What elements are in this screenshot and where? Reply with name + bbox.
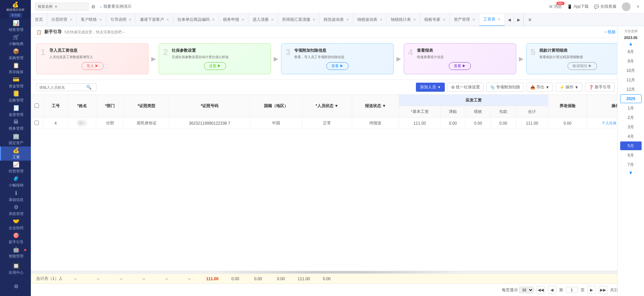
search-icon[interactable]: 🔍	[86, 85, 92, 90]
sidebar-item-settings[interactable]: ⚙	[0, 278, 31, 296]
sidebar-item-basic[interactable]: ℹ 基础信息	[0, 189, 31, 203]
app-download-button[interactable]: 📱 App下载	[567, 4, 589, 9]
step-btn-3[interactable]: 查看 ▶	[326, 62, 348, 70]
tab-layered-close[interactable]: ✕	[70, 18, 72, 22]
month-9[interactable]: 9月	[620, 57, 642, 66]
sidebar-item-collab[interactable]: 🤝 企业协同	[0, 217, 31, 231]
month-12[interactable]: 12月	[620, 85, 642, 94]
step-btn-1[interactable]: 导入 ▶	[82, 62, 104, 70]
sidebar-item-sales[interactable]: 📊 销售管理	[0, 19, 31, 33]
month-7[interactable]: 7月	[620, 160, 642, 169]
sidebar-item-invoice[interactable]: 🧾 发票管理	[0, 104, 31, 118]
tab-income-tax[interactable]: 所得税汇算清缴 ✕	[278, 13, 320, 26]
tab-invite-close[interactable]: ✕	[166, 18, 169, 22]
month-6[interactable]: 6月	[620, 151, 642, 160]
row-checkbox[interactable]	[35, 121, 39, 125]
tab-layered[interactable]: 分层经营 ✕	[47, 13, 77, 26]
month-3[interactable]: 3月	[620, 123, 642, 131]
topbar-settings-icon[interactable]: ⚙	[91, 4, 96, 9]
step-btn-2[interactable]: 设置 ▶	[204, 62, 226, 70]
action-newguide[interactable]: ❓ 新手引导	[585, 83, 614, 92]
tab-tax-stat-close[interactable]: ✕	[413, 18, 416, 22]
page-number-input[interactable]	[566, 287, 578, 293]
month-1[interactable]: 1月	[620, 104, 642, 113]
page-prev-btn[interactable]: ◀	[548, 286, 556, 294]
report-filter-icon[interactable]: ▼	[382, 103, 386, 108]
tab-income-tax-close[interactable]: ✕	[313, 18, 315, 22]
month-5-active[interactable]: 5月	[620, 141, 642, 150]
step-btn-4[interactable]: 查看 ▶	[449, 62, 471, 70]
tab-guide[interactable]: 引导说明 ✕	[106, 13, 136, 26]
sidebar-item-appcenter[interactable]: 🔲 应用中心	[0, 260, 31, 278]
sidebar-item-payroll[interactable]: 💰 工资	[0, 146, 31, 161]
tab-next-btn[interactable]: ▶	[514, 13, 524, 26]
select-all-checkbox[interactable]	[35, 103, 39, 108]
topbar-more-icon[interactable]: ▼	[636, 4, 640, 9]
sidebar-item-operations[interactable]: 📈 经营管理	[0, 161, 31, 175]
tab-tax-expert[interactable]: 税检专家 ✕	[420, 13, 450, 26]
tab-goods-code[interactable]: 往来单位商品编码 ✕	[173, 13, 219, 26]
demo-link[interactable]: ○ 我要看实例演示	[100, 4, 131, 9]
sidebar-item-ledger[interactable]: 📒 总账管理	[0, 90, 31, 104]
action-special-deduction[interactable]: 📎 专项附加扣除	[486, 83, 524, 92]
sidebar-item-purchase[interactable]: 📦 采购管理	[0, 47, 31, 61]
month-panel-down-btn[interactable]: ▼	[629, 169, 633, 176]
month-panel-up-btn[interactable]: ▲	[629, 40, 633, 47]
tab-clearance[interactable]: 进入清册 ✕	[249, 13, 278, 26]
action-export[interactable]: 📤 导出 ▼	[527, 83, 553, 92]
tab-tax-burden[interactable]: 税负波动表 ✕	[320, 13, 353, 26]
year-2025[interactable]: 2025	[620, 94, 642, 103]
tab-home[interactable]: 首页	[31, 13, 47, 26]
tab-tax-wave[interactable]: 纳税波动表 ✕	[353, 13, 387, 26]
tab-clearance-close[interactable]: ✕	[271, 18, 274, 22]
tab-invite[interactable]: 邀请下游客户 ✕	[136, 13, 173, 26]
tab-customer-close[interactable]: ✕	[99, 18, 102, 22]
tab-customer[interactable]: 客户联络 ✕	[77, 13, 106, 26]
month-4[interactable]: 4月	[620, 132, 642, 141]
sidebar-item-ecommerce[interactable]: 🛒 小畅电商	[0, 33, 31, 47]
account-selector[interactable]: 账套名称 ▼	[35, 3, 89, 10]
sidebar-item-ai[interactable]: 🤖 智能管理	[0, 246, 31, 260]
sidebar-item-tax[interactable]: 🏛 税务管理	[0, 118, 31, 132]
page-last-btn[interactable]: ▶▶	[599, 286, 607, 294]
tab-tax-report-close[interactable]: ✕	[241, 18, 244, 22]
month-2[interactable]: 2月	[620, 113, 642, 122]
page-next-btn[interactable]: ▶	[587, 286, 596, 294]
tab-close-all-btn[interactable]: ✕	[524, 13, 536, 26]
tab-prev-btn[interactable]: ◀	[505, 13, 514, 26]
tab-assets[interactable]: 资产管理 ✕	[450, 13, 479, 26]
tab-guide-close[interactable]: ✕	[129, 18, 131, 22]
tab-payroll[interactable]: 工资表 ✕	[479, 13, 505, 26]
message-button[interactable]: ✉ 消息 99+	[549, 4, 562, 9]
sidebar-item-assets[interactable]: 🏢 固定资产	[0, 132, 31, 146]
tab-assets-close[interactable]: ✕	[472, 18, 475, 22]
add-person-button[interactable]: 添加人员 ▼	[416, 83, 445, 92]
sidebar-item-inventory[interactable]: 📋 库存核算	[0, 61, 31, 76]
guide-video-link[interactable]: ○ 视频	[604, 29, 616, 35]
status-filter-icon[interactable]: ▼	[334, 103, 338, 108]
month-11[interactable]: 11月	[620, 76, 642, 84]
row-action-social[interactable]: 个人社保	[602, 121, 616, 125]
tab-tax-expert-close[interactable]: ✕	[443, 18, 445, 22]
sidebar-item-finance[interactable]: 💳 资金管理	[0, 76, 31, 90]
tab-tax-burden-close[interactable]: ✕	[346, 18, 349, 22]
page-size-select[interactable]: 10 20 50	[519, 287, 534, 293]
step-title-1: 导入员工资信息	[49, 48, 144, 53]
sidebar-item-expense[interactable]: 🧳 小畅报销	[0, 175, 31, 189]
tab-tax-report[interactable]: 税务申报 ✕	[219, 13, 249, 26]
tab-goods-code-close[interactable]: ✕	[212, 18, 215, 22]
sidebar-item-system[interactable]: ⚙ 系统管理	[0, 203, 31, 217]
search-input[interactable]	[39, 85, 86, 89]
action-social-security[interactable]: ⚙ 统一社保设置	[447, 83, 484, 92]
tab-tax-stat[interactable]: 纳税统计表 ✕	[387, 13, 420, 26]
month-8[interactable]: 8月	[620, 47, 642, 56]
page-first-btn[interactable]: ◀◀	[536, 286, 545, 294]
action-operate[interactable]: ⚡ 操作 ▼	[556, 83, 582, 92]
user-avatar[interactable]	[622, 2, 631, 11]
tab-tax-wave-close[interactable]: ✕	[380, 18, 382, 22]
tab-payroll-close[interactable]: ✕	[498, 17, 500, 21]
month-10[interactable]: 10月	[620, 66, 642, 75]
step-btn-5[interactable]: 敬请期待 ▶	[568, 62, 597, 70]
online-service-button[interactable]: 💬 在线客服	[594, 4, 616, 9]
sidebar-item-guide[interactable]: 🎯 新手引导	[0, 231, 31, 246]
